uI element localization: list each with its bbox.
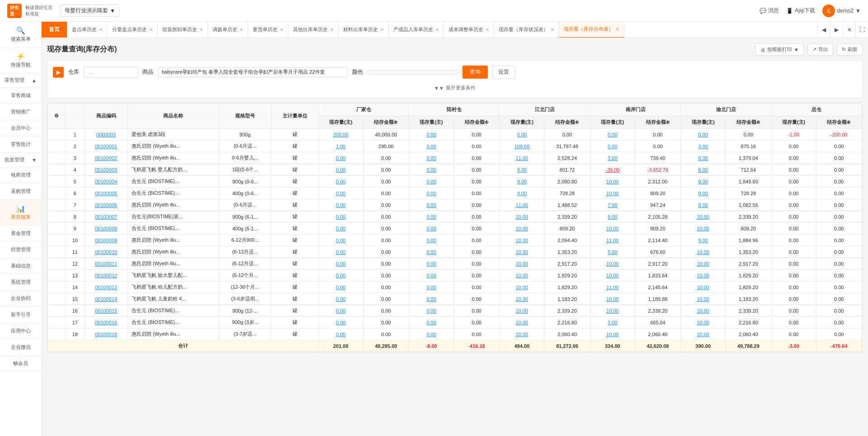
td-total-qty: 0.00	[771, 223, 816, 234]
td-wh5-amt: 1,884.96	[726, 234, 771, 246]
tab-partial-check[interactable]: 分量盘点单历史 ✕	[108, 22, 158, 38]
refresh-btn[interactable]: ↻ 刷新	[837, 43, 863, 56]
expand-conditions-btn[interactable]: ▼▼ 展开更多条件	[430, 83, 479, 93]
tab-material-out[interactable]: 材料出库单历史 ✕	[339, 22, 389, 38]
sidebar-item-enterprise[interactable]: 企业协同	[0, 291, 41, 307]
td-wh2-amt: 0.00	[454, 223, 500, 234]
td-unit: 罐	[271, 270, 318, 281]
td-spec: 900g (3岁...	[219, 317, 271, 328]
code-link[interactable]: 00100012	[95, 273, 117, 278]
td-gear	[48, 199, 66, 211]
tab-next-btn[interactable]: ▶	[830, 22, 843, 38]
sidebar-item-newguide[interactable]: 新手引导	[0, 307, 41, 323]
tab-other-out[interactable]: 其他出库单历史 ✕	[288, 22, 339, 38]
warehouse-input-wrap[interactable]: …	[84, 67, 138, 78]
tab-close-icon10[interactable]: ✕	[551, 27, 554, 32]
sidebar-item-member2[interactable]: 畅会员	[0, 356, 41, 372]
app-download-btn[interactable]: 📱 App下载	[786, 7, 815, 14]
sidebar-item-purchase[interactable]: 采购管理	[0, 183, 41, 200]
tab-close-all-btn[interactable]: ✕	[843, 22, 855, 38]
org-dropdown[interactable]: 母婴行业演示陈套 ▼	[61, 5, 119, 17]
tab-close-icon6[interactable]: ✕	[330, 27, 334, 32]
code-link[interactable]: 00100002	[95, 155, 117, 161]
tab-close-icon9[interactable]: ✕	[486, 27, 489, 32]
tab-close-icon8[interactable]: ✕	[435, 27, 439, 32]
code-link[interactable]: 00100009	[95, 238, 117, 243]
code-link[interactable]: 00100015	[95, 308, 117, 314]
sidebar-item-retail-shop[interactable]: 零售商城	[0, 88, 41, 104]
th-gear[interactable]: ⚙	[48, 103, 66, 129]
sidebar-item-system[interactable]: 系统管理	[0, 274, 41, 291]
user-menu[interactable]: E demo2 ▼	[822, 5, 861, 17]
sidebar-item-operation[interactable]: 经营管理	[0, 242, 41, 258]
product-input-wrap[interactable]	[158, 67, 348, 77]
tab-close-icon3[interactable]: ✕	[199, 27, 203, 32]
code-link[interactable]: 00100013	[95, 285, 117, 290]
code-link[interactable]: 00100001	[95, 144, 117, 149]
filter-expand-arrow[interactable]: ▶	[53, 67, 64, 78]
table-row: 18 00100018 惠氏启陪 (Wyeth illu... (3-7岁适..…	[48, 328, 862, 340]
export-btn[interactable]: ↗ 导出	[807, 43, 833, 56]
th-wh2-qty: 现存量(主)	[409, 116, 454, 129]
tab-inventory-check[interactable]: 盘点单历史 ✕	[67, 22, 108, 38]
td-wh3-amt: 2,216.80	[544, 317, 590, 328]
setting-btn[interactable]: 设置	[492, 65, 515, 79]
tab-stock-dist[interactable]: 现存量（库存分布表） ✕	[559, 22, 624, 38]
sidebar-item-member[interactable]: 会员中心	[0, 120, 41, 136]
tab-close-icon5[interactable]: ✕	[280, 27, 283, 32]
tab-close-icon7[interactable]: ✕	[380, 27, 384, 32]
message-btn[interactable]: 💬 消息	[760, 7, 779, 14]
tab-assembly[interactable]: 组装拆卸单历史 ✕	[158, 22, 208, 38]
color-input-wrap[interactable]	[368, 70, 458, 75]
tab-expand-btn[interactable]: ⛶	[855, 22, 868, 38]
td-no: 6	[66, 188, 85, 199]
sidebar-item-finance[interactable]: 资金管理	[0, 225, 41, 242]
product-input[interactable]	[162, 70, 325, 75]
th-wh3: 江北门店	[500, 103, 590, 116]
code-link[interactable]: 00100007	[95, 214, 117, 220]
code-link[interactable]: 00100014	[95, 296, 117, 302]
code-link[interactable]: 0000003	[96, 132, 116, 137]
print-btn[interactable]: 🖨 按模板打印 ▼	[755, 43, 804, 56]
tab-prev-btn[interactable]: ◀	[817, 22, 830, 38]
code-link[interactable]: 00100016	[95, 320, 117, 325]
sidebar-item-inventory[interactable]: 📊 库存核算	[0, 200, 41, 225]
tab-home[interactable]: 首页	[42, 22, 67, 38]
tab-close-icon11[interactable]: ✕	[616, 27, 619, 32]
sidebar-item-quicknav[interactable]: ⚡ 快捷导航	[0, 47, 41, 73]
td-gear	[48, 141, 66, 152]
tab-product-in[interactable]: 产成品入库单历史 ✕	[389, 22, 444, 38]
sidebar-item-appcenter[interactable]: 应用中心	[0, 323, 41, 339]
tab-cost-adjust[interactable]: 成本调整单历史 ✕	[444, 22, 494, 38]
tab-transfer[interactable]: 调拨单历史 ✕	[208, 22, 248, 38]
tab-partial-check-label: 分量盘点单历史	[112, 26, 147, 33]
code-link[interactable]: 00100006	[95, 202, 117, 208]
sidebar-item-basic[interactable]: 基础信息	[0, 258, 41, 274]
td-wh4-qty: 3.00	[590, 317, 635, 328]
sidebar-retail-header[interactable]: 零售管理 ▲	[0, 73, 41, 88]
sidebar-item-wechat[interactable]: 企业微信	[0, 339, 41, 356]
td-total-qty: 0.00	[771, 246, 816, 258]
sidebar-item-marketing[interactable]: 营销推广	[0, 104, 41, 120]
tab-stock-status[interactable]: 现存量（库存状况表） ✕	[494, 22, 559, 38]
tab-close-icon2[interactable]: ✕	[149, 27, 153, 32]
sidebar-item-ecommerce[interactable]: 电商管理	[0, 167, 41, 183]
tab-close-icon[interactable]: ✕	[99, 27, 103, 32]
td-code: 00100018	[85, 328, 128, 340]
td-unit: 罐	[271, 293, 318, 305]
code-link[interactable]: 00100010	[95, 249, 117, 255]
td-wh1-amt: 0.00	[363, 293, 409, 305]
code-link[interactable]: 00100004	[95, 179, 117, 184]
code-link[interactable]: 00100011	[95, 261, 117, 267]
code-link[interactable]: 00100008	[95, 226, 117, 231]
sidebar-item-retail-stats[interactable]: 零售统计	[0, 136, 41, 153]
query-btn[interactable]: 查询	[462, 66, 488, 79]
sidebar-item-search[interactable]: 🔍 搜索英单	[0, 22, 41, 47]
sidebar-wholesale-header[interactable]: 批发管理 ▼	[0, 153, 41, 167]
tab-close-icon4[interactable]: ✕	[240, 27, 243, 32]
td-no: 5	[66, 176, 85, 188]
tab-order[interactable]: 要货单历史 ✕	[248, 22, 288, 38]
code-link[interactable]: 00100005	[95, 191, 117, 196]
code-link[interactable]: 00100018	[95, 332, 117, 337]
code-link[interactable]: 00100003	[95, 167, 117, 173]
